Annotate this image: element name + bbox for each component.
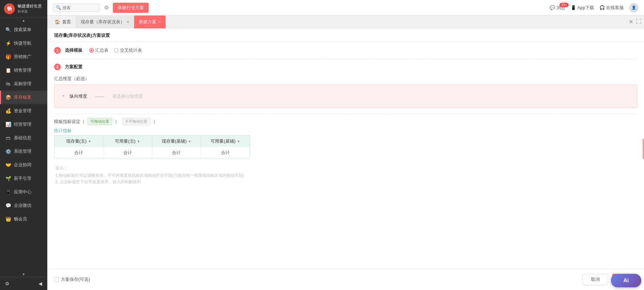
- nav-label-app-center: 应用中心: [14, 189, 31, 195]
- radio-cross-dot: [114, 48, 119, 53]
- col-dropdown-0[interactable]: ▼: [88, 140, 91, 143]
- sidebar-item-operations[interactable]: 📊经营管理: [0, 118, 47, 131]
- stats-col-label-1: 可用量(主): [115, 138, 135, 144]
- sidebar: 畅 畅捷通好生意 标准版 ▲ 🔍搜索菜单⚡快捷导航🎁营销推广📋销售管理🛍采购管理…: [0, 0, 47, 290]
- nav-label-search: 搜索菜单: [14, 27, 31, 33]
- radio-summary[interactable]: 汇总表: [89, 47, 108, 53]
- page-title: 现存量(库存状况表)方案设置: [47, 28, 644, 42]
- tips-area: 提示： 1.拖动标题栏可以调整布局，不可跨维度或指标区域拖动栏目字段(只能在同一…: [54, 165, 637, 185]
- sidebar-scroll-up[interactable]: ▲: [0, 18, 47, 23]
- sidebar-item-member[interactable]: 👑畅会员: [0, 212, 47, 226]
- tab-home[interactable]: 🏠 首页: [50, 16, 76, 28]
- window-expand-btn[interactable]: ⛶: [636, 19, 641, 25]
- nav-icon-inventory: 📦: [5, 94, 11, 100]
- tips-title: 提示：: [55, 165, 636, 171]
- stats-data-row: 合计合计合计合计: [54, 147, 250, 159]
- app-logo-text: 畅捷通好生意 标准版: [18, 4, 42, 14]
- sidebar-item-newbie[interactable]: 🌱新手引导: [0, 172, 47, 185]
- nav-icon-finance: 💰: [5, 108, 11, 114]
- nav-icon-app-center: 📱: [5, 189, 11, 195]
- dimension-area[interactable]: * 纵向维度 —— 请选择分组维度: [54, 84, 637, 108]
- step1-row: 1 选择模板 汇总表 交叉统计表: [54, 47, 637, 54]
- search-icon: 🔍: [56, 5, 61, 10]
- ai-float-button[interactable]: Ai: [611, 274, 641, 287]
- topbar-messages[interactable]: 💬 消息 99+: [550, 5, 565, 11]
- window-close-btn[interactable]: ✕: [629, 19, 633, 25]
- dimension-required-mark: *: [63, 94, 64, 99]
- step2-row: 2 方案配置: [54, 64, 637, 70]
- stats-col-3[interactable]: 可用量(基辅)▼: [201, 136, 250, 147]
- tab-inventory-status[interactable]: 现存量（库存状况表） ×: [76, 16, 134, 28]
- app-logo-icon: 畅: [4, 3, 15, 14]
- sidebar-item-wechat[interactable]: 💬企业微信: [0, 199, 47, 212]
- tip-item-0: 1.拖动标题栏可以调整布局，不可跨维度或指标区域拖动栏目字段(只能在同一维度或指…: [55, 172, 636, 179]
- nav-icon-wechat: 💬: [5, 202, 11, 209]
- message-icon: 💬: [550, 5, 555, 10]
- nav-icon-system: ⚙️: [5, 148, 11, 154]
- nav-icon-quick-nav: ⚡: [5, 40, 11, 46]
- nav-label-quick-nav: 快捷导航: [14, 40, 31, 46]
- main-container: 🔍 ⚙ 体验行业方案 💬 消息 99+ 📱 App下载 🎧 在线客服 👤: [47, 0, 644, 290]
- sidebar-item-basic[interactable]: 🗃基础信息: [0, 131, 47, 145]
- topbar-gear-icon[interactable]: ⚙: [104, 4, 109, 11]
- stats-data-3: 合计: [201, 147, 250, 159]
- save-checkbox[interactable]: [54, 277, 59, 282]
- topbar-app-download[interactable]: 📱 App下载: [571, 5, 594, 11]
- topbar-right: 💬 消息 99+ 📱 App下载 🎧 在线客服 👤: [550, 3, 639, 13]
- user-avatar[interactable]: 👤: [629, 3, 639, 13]
- sidebar-item-search[interactable]: 🔍搜索菜单: [0, 23, 47, 37]
- dimension-field-label: 汇总维度（必选）: [54, 76, 637, 82]
- nav-icon-basic: 🗃: [5, 135, 11, 141]
- sidebar-item-inventory[interactable]: 📦库存核算: [0, 91, 47, 104]
- tab-new-plan[interactable]: 新建方案 ×: [134, 16, 166, 28]
- stats-col-label-2: 现存量(基辅): [162, 138, 187, 144]
- nav-label-enterprise: 企业协同: [14, 162, 31, 168]
- col-dropdown-2[interactable]: ▼: [188, 140, 191, 143]
- stats-col-1[interactable]: 可用量(主)▼: [103, 136, 152, 147]
- stats-data-0: 合计: [54, 147, 103, 159]
- col-dropdown-1[interactable]: ▼: [137, 140, 140, 143]
- nav-icon-operations: 📊: [5, 121, 11, 127]
- radio-cross[interactable]: 交叉统计表: [114, 47, 142, 53]
- tab-inventory-close-icon[interactable]: ×: [127, 20, 129, 24]
- stats-grid: 现存量(主)▼可用量(主)▼现存量(基辅)▼可用量(基辅)▼ 合计合计合计合计: [54, 135, 250, 159]
- stats-data-1: 合计: [103, 147, 152, 159]
- step-divider-2: [54, 114, 637, 114]
- nav-icon-search: 🔍: [5, 27, 11, 33]
- sidebar-item-system[interactable]: ⚙️系统管理: [0, 145, 47, 158]
- industry-btn[interactable]: 体验行业方案: [113, 3, 149, 13]
- nav-label-inventory: 库存核算: [14, 94, 31, 100]
- message-badge: 99+: [560, 3, 569, 7]
- cancel-button[interactable]: 取消: [583, 274, 608, 285]
- sidebar-item-sales[interactable]: 📋销售管理: [0, 64, 47, 77]
- stats-col-2[interactable]: 现存量(基辅)▼: [152, 136, 201, 147]
- step-divider-1: [54, 59, 637, 59]
- col-dropdown-3[interactable]: ▼: [237, 140, 240, 143]
- sidebar-item-quick-nav[interactable]: ⚡快捷导航: [0, 37, 47, 50]
- fixed-badge: 不可拖动位置: [122, 118, 150, 125]
- nav-label-marketing: 营销推广: [14, 54, 31, 60]
- tabs-bar: 🏠 首页 现存量（库存状况表） × 新建方案 × ✕ ⛶: [47, 16, 644, 28]
- nav-icon-member: 👑: [5, 216, 11, 222]
- sidebar-item-finance[interactable]: 💰资金管理: [0, 104, 47, 118]
- topbar-service[interactable]: 🎧 在线客服: [599, 5, 624, 11]
- dimension-placeholder: 请选择分组维度: [112, 93, 143, 99]
- sidebar-item-marketing[interactable]: 🎁营销推广: [0, 50, 47, 64]
- window-controls: ✕ ⛶: [629, 19, 641, 25]
- collapse-icon[interactable]: ◀: [37, 281, 43, 287]
- nav-label-member: 畅会员: [14, 216, 27, 222]
- topbar-search[interactable]: 🔍: [53, 3, 100, 12]
- sidebar-scroll-down[interactable]: ▼: [0, 272, 47, 277]
- tab-new-plan-close-icon[interactable]: ×: [158, 20, 161, 24]
- sidebar-item-enterprise[interactable]: 🤝企业协同: [0, 158, 47, 172]
- radio-summary-label: 汇总表: [95, 47, 108, 53]
- settings-icon[interactable]: ⚙: [4, 281, 10, 287]
- stats-col-0[interactable]: 现存量(主)▼: [54, 136, 103, 147]
- stats-col-label-3: 可用量(基辅): [210, 138, 236, 144]
- search-input[interactable]: [63, 5, 96, 10]
- sidebar-item-app-center[interactable]: 📱应用中心: [0, 185, 47, 199]
- sidebar-item-purchase[interactable]: 🛍采购管理: [0, 77, 47, 91]
- sidebar-footer: ⚙ ◀: [0, 277, 47, 290]
- vertical-dimension-label: 纵向维度: [70, 93, 87, 99]
- nav-label-newbie: 新手引导: [14, 175, 31, 182]
